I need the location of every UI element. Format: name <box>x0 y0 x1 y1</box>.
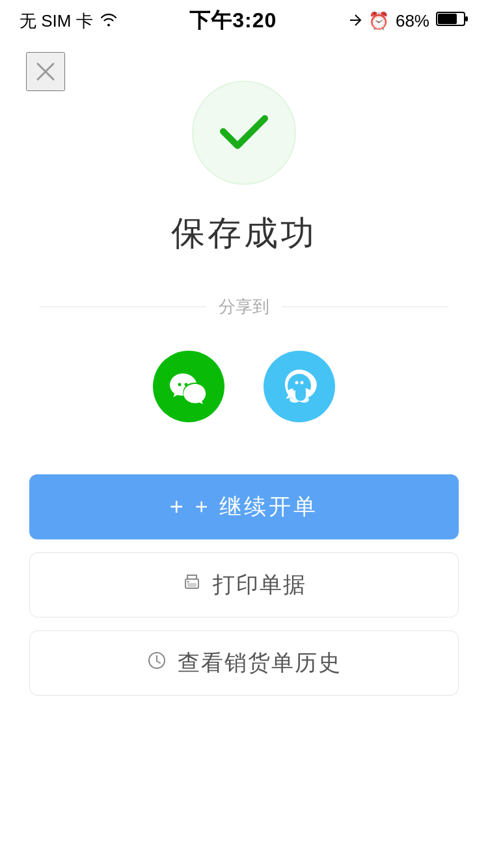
print-label: 打印单据 <box>213 570 306 600</box>
svg-point-8 <box>197 392 199 394</box>
svg-point-12 <box>301 381 304 385</box>
svg-point-6 <box>185 383 188 387</box>
svg-point-7 <box>191 392 193 394</box>
qq-share-button[interactable] <box>264 351 335 422</box>
print-button[interactable]: 打印单据 <box>29 552 459 617</box>
status-right: ⏰ 68% <box>349 10 468 32</box>
divider-right <box>282 306 449 307</box>
status-bar: 无 SIM 卡 下午3:20 ⏰ 68% <box>0 0 488 42</box>
continue-icon: + <box>170 493 185 521</box>
wechat-share-button[interactable] <box>153 351 224 422</box>
status-time: 下午3:20 <box>189 7 277 35</box>
share-icons-row <box>153 351 335 422</box>
success-title: 保存成功 <box>171 211 317 256</box>
svg-rect-14 <box>187 583 197 587</box>
alarm-icon: ⏰ <box>368 11 389 31</box>
svg-rect-1 <box>438 14 457 24</box>
battery-percent: 68% <box>396 11 429 31</box>
divider-left <box>39 306 206 307</box>
close-button[interactable] <box>26 52 65 91</box>
history-label: 查看销货单历史 <box>178 648 342 678</box>
share-divider-row: 分享到 <box>0 295 488 318</box>
main-content: 保存成功 分享到 <box>0 42 488 696</box>
no-sim-label: 无 SIM 卡 <box>20 10 93 33</box>
location-icon <box>349 11 362 31</box>
wifi-icon <box>100 11 118 31</box>
status-left: 无 SIM 卡 <box>20 10 118 33</box>
share-label: 分享到 <box>206 295 282 318</box>
history-icon <box>146 650 167 676</box>
svg-rect-2 <box>465 16 468 21</box>
success-icon-circle <box>192 81 296 185</box>
history-button[interactable]: 查看销货单历史 <box>29 631 459 696</box>
print-icon <box>182 572 202 598</box>
svg-point-15 <box>187 581 189 583</box>
continue-label: + 继续开单 <box>195 492 318 522</box>
battery-icon <box>436 10 468 32</box>
continue-button[interactable]: + + 继续开单 <box>29 474 459 539</box>
svg-point-5 <box>178 383 182 387</box>
action-buttons: + + 继续开单 打印单据 查看销货单历 <box>29 474 459 696</box>
share-section: 分享到 <box>0 295 488 422</box>
svg-point-11 <box>295 381 299 385</box>
